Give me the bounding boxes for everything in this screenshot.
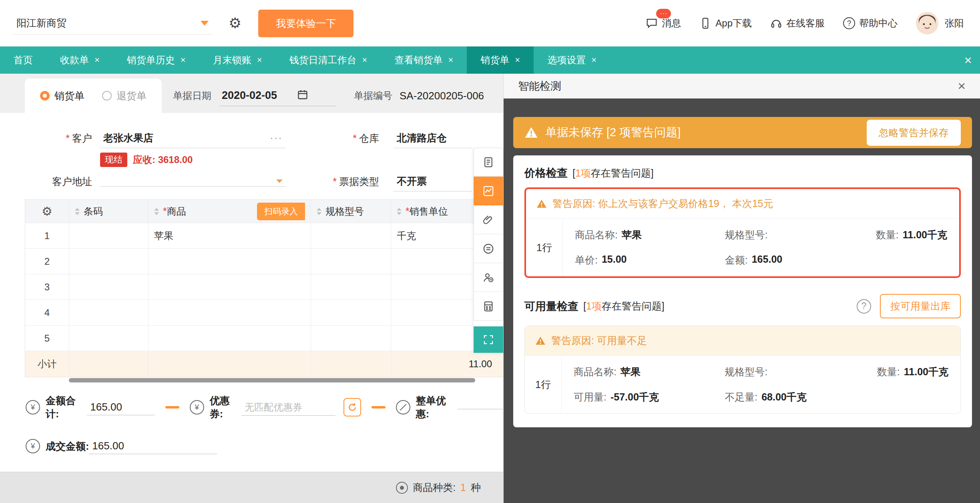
more-icon[interactable]: ··· xyxy=(270,132,283,144)
close-tab-icon[interactable]: × xyxy=(448,55,453,65)
warning-icon xyxy=(536,199,547,209)
field-unit-price: 单价: 15.00 xyxy=(575,254,725,267)
settings-gear-icon[interactable]: ⚙ xyxy=(229,16,241,30)
chart-icon xyxy=(482,185,494,197)
attachment-tool[interactable] xyxy=(474,205,503,234)
spec-cell[interactable] xyxy=(311,249,391,274)
column-gear-icon[interactable]: ⚙ xyxy=(42,205,52,217)
customer-history-tool[interactable] xyxy=(474,263,503,292)
content: 销货单 退货单 单据日期 2020-02-05 xyxy=(0,74,980,503)
expand-tool[interactable] xyxy=(474,326,503,353)
table-settings-cell[interactable]: ⚙ xyxy=(25,200,69,223)
amount-total-value: 165.00 xyxy=(87,399,155,415)
spec-cell[interactable] xyxy=(311,326,391,351)
coin-icon xyxy=(482,243,494,255)
close-panel-icon[interactable]: × xyxy=(958,78,966,94)
tab-options[interactable]: 选项设置 × xyxy=(534,46,610,74)
barcode-cell[interactable] xyxy=(69,223,149,248)
product-cell[interactable] xyxy=(149,326,311,351)
refresh-coupon-button[interactable] xyxy=(343,398,361,416)
close-all-tabs-icon[interactable]: × xyxy=(956,46,980,74)
calculator-tool[interactable] xyxy=(474,292,503,321)
tab-view-sales[interactable]: 查看销货单 × xyxy=(381,46,467,74)
ship-by-available-button[interactable]: 按可用量出库 xyxy=(880,294,961,318)
product-cell[interactable]: 苹果 xyxy=(149,223,311,248)
close-tab-icon[interactable]: × xyxy=(181,55,186,65)
side-toolbar xyxy=(474,148,503,353)
ignore-save-button[interactable]: 忽略警告并保存 xyxy=(867,120,961,146)
customer-label: * 客户 xyxy=(0,132,92,145)
help-center-label: 帮助中心 xyxy=(859,17,898,30)
header-product[interactable]: * 商品 扫码录入 xyxy=(149,200,311,223)
company-select[interactable]: 阳江新商贸 xyxy=(12,12,213,35)
doc-type-sale-radio[interactable]: 销货单 xyxy=(40,89,84,103)
tab-home[interactable]: 首页 xyxy=(0,46,46,74)
collapse-minus-icon[interactable] xyxy=(372,406,385,408)
row-index-label: 1行 xyxy=(526,219,563,276)
barcode-cell[interactable] xyxy=(69,249,149,274)
sort-icon[interactable] xyxy=(75,208,80,215)
bill-type-field[interactable]: 不开票 xyxy=(394,171,472,191)
horizontal-scrollbar[interactable] xyxy=(69,378,475,382)
tab-sales-history[interactable]: 销货单历史 × xyxy=(113,46,199,74)
date-picker[interactable]: 2020-02-05 xyxy=(219,86,335,106)
tab-receipt[interactable]: 收款单 × xyxy=(46,46,113,74)
phone-icon xyxy=(699,17,711,29)
doc-type-return-radio[interactable]: 退货单 xyxy=(102,89,147,103)
kinds-count: 1 xyxy=(460,482,466,493)
close-tab-icon[interactable]: × xyxy=(94,55,100,65)
close-tab-icon[interactable]: × xyxy=(362,55,368,65)
coupon-field[interactable]: 无匹配优惠券 xyxy=(241,399,335,416)
close-tab-icon[interactable]: × xyxy=(257,55,262,65)
experience-button[interactable]: 我要体验一下 xyxy=(258,10,353,37)
help-center-item[interactable]: ? 帮助中心 xyxy=(843,17,898,30)
price-warning-detail: 1行 商品名称: 苹果 规格型号: xyxy=(526,218,959,276)
close-tab-icon[interactable]: × xyxy=(515,55,520,65)
barcode-cell[interactable] xyxy=(69,274,149,300)
customer-field[interactable]: 老张水果店 ··· xyxy=(100,128,286,148)
product-cell[interactable] xyxy=(149,300,311,325)
calendar-icon xyxy=(297,89,308,103)
order-discount-label: 整单优惠: xyxy=(416,394,457,421)
online-service-item[interactable]: 在线客服 xyxy=(770,17,825,30)
sort-icon[interactable] xyxy=(397,208,402,215)
doc-type-tabs: 销货单 退货单 xyxy=(25,78,162,113)
tab-sales-order[interactable]: 销货单 × xyxy=(467,46,534,74)
warehouse-field[interactable]: 北清路店仓 xyxy=(394,128,472,148)
cash-settle-badge: 现结 xyxy=(100,153,127,167)
calculator-icon xyxy=(482,300,494,312)
user-menu[interactable]: 张阳 xyxy=(916,12,964,34)
scan-entry-button[interactable]: 扫码录入 xyxy=(257,203,305,220)
header-barcode[interactable]: 条码 xyxy=(69,200,149,223)
bill-type-label: * 票据类型 xyxy=(286,175,379,188)
spec-cell[interactable] xyxy=(311,300,391,325)
header-spec[interactable]: 规格型号 xyxy=(311,200,391,223)
sort-icon[interactable] xyxy=(317,208,321,215)
messages-item[interactable]: 消息 ··· xyxy=(646,17,681,30)
app-download-item[interactable]: App下载 xyxy=(699,17,752,30)
payment-status-row: 现结 应收: 3618.00 xyxy=(100,150,503,170)
order-discount-field[interactable] xyxy=(457,406,503,409)
barcode-cell[interactable] xyxy=(69,300,149,325)
table-row: 5 xyxy=(25,326,503,351)
tab-month-lock[interactable]: 月末锁账 × xyxy=(199,46,276,74)
product-cell[interactable] xyxy=(149,249,311,274)
collapse-minus-icon[interactable] xyxy=(165,406,179,408)
paperclip-icon xyxy=(482,214,494,226)
close-tab-icon[interactable]: × xyxy=(591,55,596,65)
barcode-cell[interactable] xyxy=(69,326,149,351)
help-question-icon[interactable]: ? xyxy=(857,299,871,314)
spec-cell[interactable] xyxy=(311,274,391,300)
price-fields: 商品名称: 苹果 规格型号: 数量: 11.00千克 xyxy=(563,219,959,276)
tab-daily-workbench[interactable]: 钱货日清工作台 × xyxy=(276,46,381,74)
topbar: 阳江新商贸 ⚙ 我要体验一下 消息 ··· App下载 在线客服 ? 帮助中心 xyxy=(0,0,980,46)
money-tool[interactable] xyxy=(474,234,503,263)
sort-icon[interactable] xyxy=(154,208,159,215)
doc-detail-tool[interactable] xyxy=(474,148,503,177)
deal-amount-label: 成交金额: xyxy=(46,440,89,453)
spec-cell[interactable] xyxy=(311,223,391,248)
address-field[interactable] xyxy=(100,176,286,187)
warning-icon xyxy=(524,126,538,139)
product-cell[interactable] xyxy=(149,274,311,300)
smart-detect-tool[interactable] xyxy=(474,177,503,205)
